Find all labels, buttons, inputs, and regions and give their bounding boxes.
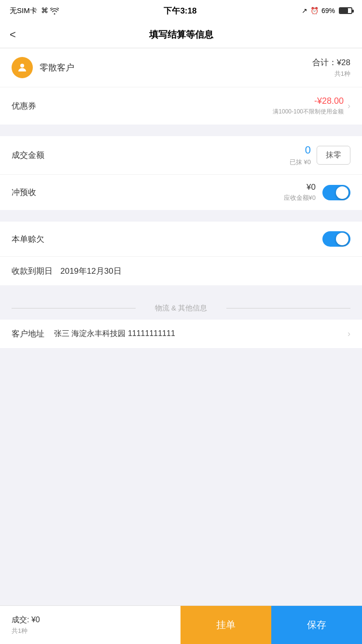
avatar bbox=[12, 57, 33, 78]
prepay-right: ¥0 应收金额¥0 bbox=[284, 182, 350, 202]
section-divider-3 bbox=[0, 291, 362, 297]
main-content: 零散客户 合计：¥28 共1种 优惠券 -¥28.00 满1000-100不限制… bbox=[0, 48, 362, 402]
debt-label: 本单赊欠 bbox=[12, 234, 44, 245]
deal-amount-label: 成交金额 bbox=[12, 150, 44, 161]
address-row[interactable]: 客户地址 张三 海淀永丰科技园 11111111111 › bbox=[0, 320, 362, 348]
debt-row: 本单赊欠 bbox=[0, 222, 362, 256]
battery-icon bbox=[339, 7, 352, 14]
prepay-label: 冲预收 bbox=[12, 187, 36, 198]
deal-right: 0 已抹 ¥0 抹零 bbox=[290, 144, 350, 167]
customer-total: 合计：¥28 共1种 bbox=[312, 57, 350, 78]
prepay-info: ¥0 应收金额¥0 bbox=[284, 182, 316, 202]
toggle-knob bbox=[336, 186, 348, 199]
deal-amount-value[interactable]: 0 bbox=[290, 144, 311, 156]
section-divider-1 bbox=[0, 130, 362, 136]
chevron-right-icon: › bbox=[348, 101, 350, 111]
address-chevron: › bbox=[348, 329, 350, 339]
status-left: 无SIM卡 ⌘ bbox=[10, 6, 59, 15]
coupon-info: -¥28.00 满1000-100不限制使用金额 bbox=[273, 96, 344, 116]
address-card: 客户地址 张三 海淀永丰科技园 11111111111 › bbox=[0, 320, 362, 348]
due-date-label: 收款到期日 bbox=[12, 266, 53, 277]
due-date-value: 2019年12月30日 bbox=[60, 266, 122, 277]
deal-card: 成交金额 0 已抹 ¥0 抹零 冲预收 ¥0 应收金额¥0 bbox=[0, 136, 362, 210]
save-button[interactable]: 保存 bbox=[271, 606, 362, 644]
due-date-row: 收款到期日 2019年12月30日 bbox=[0, 256, 362, 285]
bottom-buttons: 挂单 保存 bbox=[181, 606, 362, 644]
svg-point-0 bbox=[20, 64, 24, 68]
page-title: 填写结算等信息 bbox=[149, 28, 213, 41]
total-count: 共1种 bbox=[312, 70, 350, 78]
coupon-desc: 满1000-100不限制使用金额 bbox=[273, 108, 344, 116]
bottom-bar: 成交: ¥0 共1种 挂单 保存 bbox=[0, 605, 362, 644]
customer-row: 零散客户 合计：¥28 共1种 bbox=[0, 48, 362, 87]
deal-amount-wrap: 0 已抹 ¥0 bbox=[290, 144, 311, 167]
status-right: ↗ ⏰ 69% bbox=[302, 7, 352, 14]
address-value: 张三 海淀永丰科技园 11111111111 bbox=[54, 329, 348, 339]
deal-amount-sub: 已抹 ¥0 bbox=[290, 158, 311, 167]
coupon-amount: -¥28.00 bbox=[273, 96, 344, 106]
prepay-row: 冲预收 ¥0 应收金额¥0 bbox=[0, 175, 362, 210]
header-line-right bbox=[226, 308, 350, 308]
bottom-deal-label: 成交: ¥0 bbox=[12, 615, 169, 625]
prepay-sub: 应收金额¥0 bbox=[284, 194, 316, 202]
prepay-amount: ¥0 bbox=[284, 182, 316, 192]
location-icon: ↗ bbox=[302, 7, 307, 14]
hold-button[interactable]: 挂单 bbox=[181, 606, 271, 644]
round-button[interactable]: 抹零 bbox=[317, 146, 350, 165]
debt-card: 本单赊欠 收款到期日 2019年12月30日 bbox=[0, 222, 362, 285]
customer-info: 零散客户 bbox=[12, 57, 74, 78]
logistics-label: 物流 & 其他信息 bbox=[155, 304, 207, 313]
customer-card: 零散客户 合计：¥28 共1种 优惠券 -¥28.00 满1000-100不限制… bbox=[0, 48, 362, 125]
coupon-label: 优惠券 bbox=[12, 100, 36, 112]
bottom-count-label: 共1种 bbox=[12, 627, 169, 635]
battery-percent: 69% bbox=[321, 7, 335, 14]
deal-amount-row: 成交金额 0 已抹 ¥0 抹零 bbox=[0, 136, 362, 175]
signal-text: 无SIM卡 bbox=[10, 6, 37, 15]
alarm-icon: ⏰ bbox=[310, 7, 319, 14]
status-time: 下午3:18 bbox=[164, 5, 196, 16]
section-divider-2 bbox=[0, 216, 362, 222]
bottom-info: 成交: ¥0 共1种 bbox=[0, 615, 181, 635]
total-amount: 合计：¥28 bbox=[312, 57, 350, 68]
prepay-toggle[interactable] bbox=[322, 185, 350, 200]
coupon-right: -¥28.00 满1000-100不限制使用金额 › bbox=[273, 96, 350, 116]
wifi-icon: ⌘ bbox=[41, 6, 59, 15]
address-label: 客户地址 bbox=[12, 328, 44, 339]
logistics-section-header: 物流 & 其他信息 bbox=[0, 297, 362, 320]
debt-toggle-knob bbox=[336, 233, 348, 245]
coupon-row[interactable]: 优惠券 -¥28.00 满1000-100不限制使用金额 › bbox=[0, 87, 362, 125]
debt-toggle[interactable] bbox=[322, 231, 350, 247]
header-line-left bbox=[12, 308, 136, 308]
status-bar: 无SIM卡 ⌘ 下午3:18 ↗ ⏰ 69% bbox=[0, 0, 362, 21]
customer-name: 零散客户 bbox=[40, 62, 74, 73]
address-chevron-icon: › bbox=[348, 329, 350, 339]
back-button[interactable]: < bbox=[10, 28, 16, 41]
nav-bar: < 填写结算等信息 bbox=[0, 21, 362, 48]
